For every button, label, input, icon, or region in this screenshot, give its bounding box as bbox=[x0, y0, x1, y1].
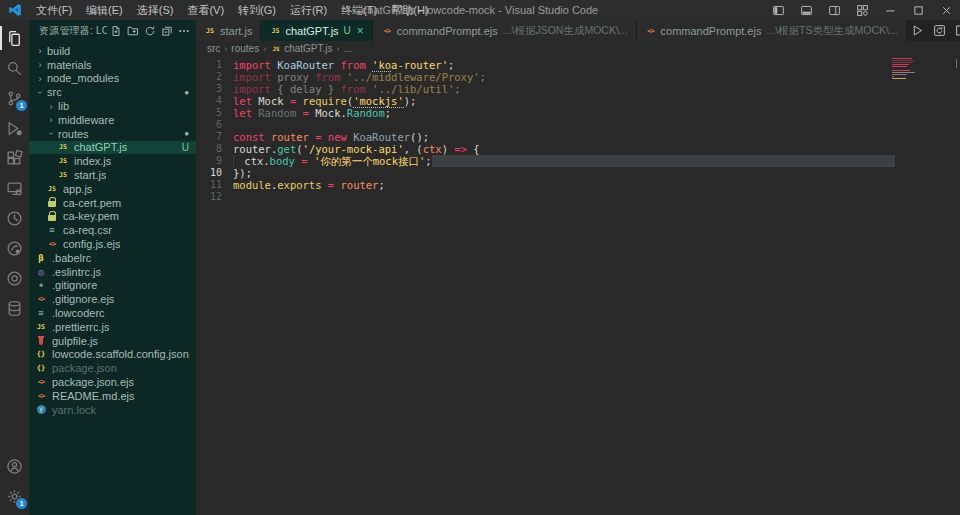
tree-file--prettierrc-js[interactable]: .prettierrc.js bbox=[29, 320, 196, 334]
tree-file-package-json[interactable]: package.json bbox=[29, 361, 196, 375]
ejs-file-icon bbox=[381, 25, 393, 36]
code-editor[interactable]: 1import KoaRouter from 'koa-router';2imp… bbox=[196, 56, 960, 515]
collapse-folders-button[interactable] bbox=[158, 22, 175, 40]
run-file-button[interactable] bbox=[907, 20, 929, 41]
extension-circle-a-icon[interactable] bbox=[0, 203, 29, 233]
tree-file-ca-cert-pem[interactable]: ca-cert.pem bbox=[29, 196, 196, 210]
code-line-4: 4let Mock = require('mockjs'); bbox=[196, 95, 960, 107]
minimap-line bbox=[892, 58, 912, 59]
js-file-icon bbox=[269, 25, 281, 36]
minimap[interactable] bbox=[892, 58, 918, 82]
breadcrumb-item[interactable]: routes bbox=[231, 43, 259, 54]
breadcrumb-item[interactable]: chatGPT.js bbox=[270, 43, 332, 54]
tree-file--gitignore-ejs[interactable]: .gitignore.ejs bbox=[29, 292, 196, 306]
tree-file--babelrc[interactable]: .babelrc bbox=[29, 251, 196, 265]
accounts-icon[interactable] bbox=[0, 451, 29, 481]
tree-folder-src[interactable]: ›src● bbox=[29, 85, 196, 99]
customize-layout-button[interactable] bbox=[848, 0, 876, 20]
tree-label: .lowcoderc bbox=[52, 307, 105, 319]
source-control-icon[interactable]: 1 bbox=[0, 83, 29, 113]
code-line-9: 9 ctx.body = '你的第一个mock接口'; bbox=[196, 155, 960, 167]
code-line-10: 10}); bbox=[196, 167, 960, 179]
maximize-button[interactable] bbox=[904, 0, 932, 20]
tab-modified-badge: U bbox=[344, 25, 351, 36]
toggle-sidebar-button[interactable] bbox=[764, 0, 792, 20]
menu-item-3[interactable]: 查看(V) bbox=[180, 0, 231, 20]
menu-item-5[interactable]: 运行(R) bbox=[283, 0, 334, 20]
breadcrumb-item[interactable]: ... bbox=[344, 43, 352, 54]
new-file-button[interactable] bbox=[107, 22, 124, 40]
toggle-panel-button[interactable] bbox=[792, 0, 820, 20]
tree-file-package-json-ejs[interactable]: package.json.ejs bbox=[29, 375, 196, 389]
code-text: let Random = Mock.Random; bbox=[222, 107, 960, 119]
extensions-icon[interactable] bbox=[0, 143, 29, 173]
breadcrumb[interactable]: src›routes›chatGPT.js›... bbox=[196, 41, 960, 56]
run-code-button[interactable] bbox=[929, 20, 951, 41]
menu-item-4[interactable]: 转到(G) bbox=[231, 0, 283, 20]
explorer-icon[interactable] bbox=[0, 23, 29, 53]
more-actions-button[interactable] bbox=[175, 22, 192, 40]
menu-item-0[interactable]: 文件(F) bbox=[29, 0, 79, 20]
tree-folder-node-modules[interactable]: ›node_modules bbox=[29, 72, 196, 86]
tab-commandprompt-ejs[interactable]: commandPrompt.ejs...\根据TS类型生成MOCK\... bbox=[637, 20, 907, 41]
refresh-explorer-button[interactable] bbox=[141, 22, 158, 40]
extension-circle-c-icon[interactable] bbox=[0, 263, 29, 293]
chevron-icon: › bbox=[36, 74, 45, 84]
code-line-8: 8router.get('/your-mock-api', (ctx) => { bbox=[196, 143, 960, 155]
tree-folder-build[interactable]: ›build bbox=[29, 44, 196, 58]
tree-label: build bbox=[47, 45, 70, 57]
tree-file-config-js-ejs[interactable]: config.js.ejs bbox=[29, 237, 196, 251]
close-button[interactable] bbox=[932, 0, 960, 20]
code-text: ctx.body = '你的第一个mock接口'; bbox=[222, 155, 960, 167]
tree-label: .eslintrc.js bbox=[52, 266, 101, 278]
tree-file-chatgpt-js[interactable]: chatGPT.jsU bbox=[29, 141, 196, 155]
line-number: 7 bbox=[196, 131, 222, 143]
run-and-debug-icon[interactable] bbox=[0, 113, 29, 143]
tree-file-gulpfile-js[interactable]: gulpfile.js bbox=[29, 334, 196, 348]
toggle-secondary-sidebar-button[interactable] bbox=[820, 0, 848, 20]
editor-group: start.jschatGPT.jsU×commandPrompt.ejs...… bbox=[196, 20, 960, 515]
code-line-1: 1import KoaRouter from 'koa-router'; bbox=[196, 59, 960, 71]
tree-file-ca-req-csr[interactable]: ca-req.csr bbox=[29, 223, 196, 237]
tree-file-yarn-lock[interactable]: yarn.lock bbox=[29, 403, 196, 417]
tree-file-app-js[interactable]: app.js bbox=[29, 182, 196, 196]
ejs-file-icon bbox=[645, 25, 657, 36]
breadcrumb-label: chatGPT.js bbox=[284, 43, 332, 54]
code-text: import { delay } from '../lib/util'; bbox=[222, 83, 960, 95]
tree-file-start-js[interactable]: start.js bbox=[29, 168, 196, 182]
close-tab-icon[interactable]: × bbox=[357, 26, 364, 36]
menu-item-2[interactable]: 选择(S) bbox=[130, 0, 181, 20]
database-icon[interactable] bbox=[0, 293, 29, 323]
tree-folder-routes[interactable]: ›routes● bbox=[29, 127, 196, 141]
minimap-line bbox=[892, 78, 906, 79]
js-file-icon bbox=[57, 156, 69, 167]
extension-circle-b-icon[interactable] bbox=[0, 233, 29, 263]
tree-file-readme-md-ejs[interactable]: README.md.ejs bbox=[29, 389, 196, 403]
js-file-icon bbox=[35, 321, 47, 332]
split-editor-button[interactable] bbox=[951, 20, 960, 41]
breadcrumb-item[interactable]: src bbox=[207, 43, 220, 54]
code-line-2: 2import proxy from '../middleware/Proxy'… bbox=[196, 71, 960, 83]
tree-file--lowcoderc[interactable]: .lowcoderc bbox=[29, 306, 196, 320]
tree-folder-middleware[interactable]: ›middleware bbox=[29, 113, 196, 127]
settings-gear-icon[interactable]: 1 bbox=[0, 481, 29, 511]
new-folder-button[interactable] bbox=[124, 22, 141, 40]
tree-file-lowcode-scaffold-config-json[interactable]: lowcode.scaffold.config.json bbox=[29, 348, 196, 362]
selection-highlight bbox=[432, 155, 895, 167]
tree-folder-materials[interactable]: ›materials bbox=[29, 58, 196, 72]
ejs-file-icon bbox=[35, 294, 47, 305]
tab-start-js[interactable]: start.js bbox=[196, 20, 261, 41]
tab-label: start.js bbox=[220, 25, 252, 37]
menu-item-1[interactable]: 编辑(E) bbox=[79, 0, 130, 20]
tree-file-index-js[interactable]: index.js bbox=[29, 154, 196, 168]
tree-file-ca-key-pem[interactable]: ca-key.pem bbox=[29, 210, 196, 224]
tree-folder-lib[interactable]: ›lib bbox=[29, 99, 196, 113]
tree-label: .gitignore.ejs bbox=[52, 293, 114, 305]
tree-file--gitignore[interactable]: .gitignore bbox=[29, 279, 196, 293]
tree-file--eslintrc-js[interactable]: .eslintrc.js bbox=[29, 265, 196, 279]
tab-chatgpt-js[interactable]: chatGPT.jsU× bbox=[261, 20, 372, 41]
remote-explorer-icon[interactable] bbox=[0, 173, 29, 203]
minimize-button[interactable] bbox=[876, 0, 904, 20]
search-icon[interactable] bbox=[0, 53, 29, 83]
tab-commandprompt-ejs[interactable]: commandPrompt.ejs...\根据JSON生成MOCK\... bbox=[373, 20, 637, 41]
